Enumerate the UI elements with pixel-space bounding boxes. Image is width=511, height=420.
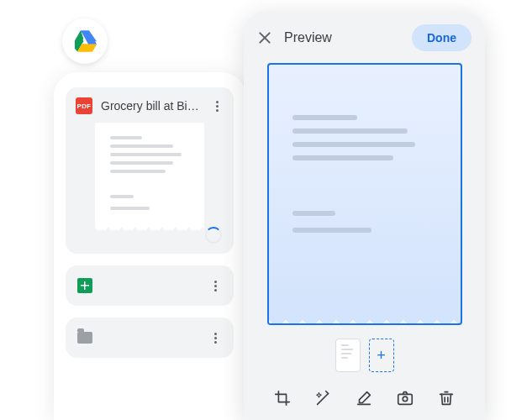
upload-spinner-icon [205, 227, 222, 244]
done-button[interactable]: Done [412, 24, 471, 51]
close-icon[interactable] [257, 30, 272, 45]
file-more-button[interactable] [208, 281, 222, 291]
svg-rect-3 [398, 394, 413, 404]
erase-icon[interactable] [355, 389, 373, 407]
drive-logo-chip [62, 18, 108, 64]
list-item[interactable] [66, 318, 234, 358]
file-more-button[interactable] [210, 101, 224, 112]
folder-icon [77, 332, 92, 344]
auto-enhance-icon[interactable] [314, 389, 333, 407]
svg-point-4 [403, 396, 408, 402]
retake-icon[interactable] [396, 389, 414, 407]
pdf-icon: PDF [76, 97, 92, 114]
add-page-button[interactable]: + [369, 339, 394, 372]
drive-list-card: PDF Grocery bill at Bi… [54, 72, 245, 420]
list-item[interactable] [66, 265, 234, 306]
page-title: Preview [284, 30, 400, 45]
file-more-button[interactable] [208, 333, 222, 344]
sheets-icon [77, 278, 92, 293]
page-thumbnail[interactable] [335, 339, 361, 372]
scan-frame[interactable] [267, 63, 462, 325]
delete-icon[interactable] [437, 389, 456, 407]
google-drive-icon [73, 29, 97, 53]
scan-preview-card: Preview Done + [244, 11, 485, 420]
scan-toolbar [257, 376, 471, 420]
file-card[interactable]: PDF Grocery bill at Bi… [66, 87, 234, 254]
file-title: Grocery bill at Bi… [101, 99, 202, 113]
file-thumbnail [95, 123, 204, 230]
crop-rotate-icon[interactable] [273, 389, 292, 407]
